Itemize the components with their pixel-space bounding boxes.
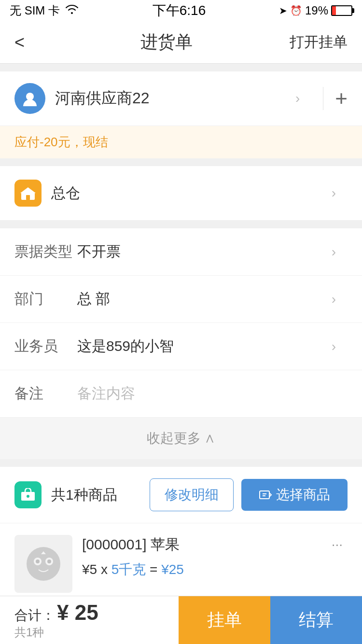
supplier-notice: 应付-20元，现结 — [0, 126, 362, 158]
supplier-divider — [323, 87, 323, 110]
product-price: ¥5 x 5千克 = ¥25 — [82, 560, 327, 579]
warehouse-row[interactable]: 总仓 › — [0, 166, 362, 221]
status-bar: 无 SIM 卡 下午6:16 ➤ ⏰ 19% — [0, 0, 362, 21]
note-row[interactable]: 备注 备注内容 — [0, 370, 362, 418]
total-amount: ¥ 25 — [57, 601, 98, 625]
salesman-row[interactable]: 业务员 这是859的小智 › — [0, 323, 362, 370]
settle-button[interactable]: 结算 — [270, 596, 362, 644]
status-right: ➤ ⏰ 19% — [279, 4, 352, 17]
note-value[interactable]: 备注内容 — [77, 384, 348, 404]
salesman-label: 业务员 — [14, 336, 77, 356]
warehouse-name: 总仓 — [51, 183, 332, 203]
note-label: 备注 — [14, 384, 77, 404]
dept-label: 部门 — [14, 289, 77, 309]
status-left: 无 SIM 卡 — [10, 3, 79, 18]
select-product-label: 选择商品 — [276, 486, 330, 504]
collapse-toggle-button[interactable]: 收起更多 ∧ — [0, 418, 362, 459]
footer: 合计： ¥ 25 共1种 挂单 结算 — [0, 596, 362, 644]
supplier-chevron-icon: › — [295, 91, 300, 106]
footer-total: 合计： ¥ 25 共1种 — [0, 601, 179, 640]
location-icon: ➤ — [279, 5, 287, 16]
product-section: 共1种商品 修改明细 选择商品 — [0, 467, 362, 605]
svg-point-0 — [26, 93, 34, 100]
product-thumbnail — [14, 535, 72, 593]
product-header: 共1种商品 修改明细 选择商品 — [0, 467, 362, 523]
nav-bar: < 进货单 打开挂单 — [0, 21, 362, 64]
svg-rect-2 — [26, 195, 30, 200]
svg-rect-5 — [260, 491, 269, 499]
product-info: [0000001] 苹果 ¥5 x 5千克 = ¥25 — [82, 535, 327, 579]
salesman-value: 这是859的小智 — [77, 336, 332, 356]
total-sub-label: 共1种 — [14, 625, 164, 640]
dept-row[interactable]: 部门 总 部 › — [0, 276, 362, 323]
invoice-label: 票据类型 — [14, 242, 77, 262]
battery-label: 19% — [305, 4, 328, 17]
back-button[interactable]: < — [14, 32, 43, 53]
dept-value: 总 部 — [77, 289, 332, 309]
supplier-section: 河南供应商22 › + 应付-20元，现结 — [0, 71, 362, 158]
warehouse-icon — [14, 180, 42, 207]
warehouse-section: 总仓 › — [0, 166, 362, 221]
svg-point-12 — [47, 560, 51, 563]
edit-detail-button[interactable]: 修改明细 — [150, 478, 234, 511]
open-pending-button[interactable]: 打开挂单 — [290, 32, 348, 52]
warehouse-chevron-icon: › — [332, 185, 336, 201]
dept-chevron-icon: › — [332, 292, 336, 307]
salesman-chevron-icon: › — [332, 339, 336, 354]
invoice-chevron-icon: › — [332, 244, 336, 260]
wifi-icon — [65, 4, 79, 17]
pend-button[interactable]: 挂单 — [179, 596, 270, 644]
carrier-label: 无 SIM 卡 — [10, 3, 60, 18]
total-label: 合计： — [14, 606, 55, 625]
supplier-row[interactable]: 河南供应商22 › + — [0, 71, 362, 126]
form-section: 票据类型 不开票 › 部门 总 部 › 业务员 这是859的小智 › 备注 备注… — [0, 228, 362, 418]
add-supplier-button[interactable]: + — [335, 88, 348, 109]
collapse-toggle-label: 收起更多 ∧ — [147, 431, 216, 446]
page-title: 进货单 — [140, 30, 193, 54]
product-icon — [14, 481, 42, 508]
svg-point-4 — [27, 495, 29, 498]
alarm-icon: ⏰ — [290, 5, 302, 16]
invoice-value: 不开票 — [77, 242, 332, 262]
supplier-avatar — [14, 83, 45, 114]
svg-point-11 — [36, 560, 40, 563]
battery-icon — [331, 5, 352, 16]
product-name: [0000001] 苹果 — [82, 535, 327, 555]
product-more-button[interactable]: ··· — [327, 535, 348, 554]
supplier-name: 河南供应商22 — [55, 88, 295, 109]
invoice-row[interactable]: 票据类型 不开票 › — [0, 228, 362, 276]
product-item: [0000001] 苹果 ¥5 x 5千克 = ¥25 ··· — [0, 523, 362, 605]
product-count-label: 共1种商品 — [51, 485, 150, 505]
status-time: 下午6:16 — [153, 1, 206, 20]
select-product-button[interactable]: 选择商品 — [241, 479, 348, 511]
